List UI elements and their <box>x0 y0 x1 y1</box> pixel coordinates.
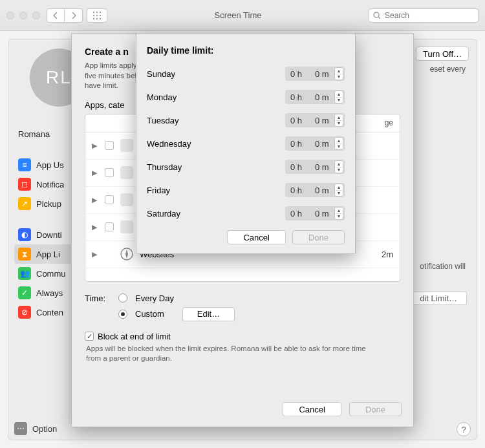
search-input[interactable] <box>383 10 474 21</box>
time-stepper[interactable]: ▲ ▼ <box>334 114 343 127</box>
step-up-icon[interactable]: ▲ <box>335 68 343 74</box>
block-checkbox[interactable]: ✓ <box>85 332 94 341</box>
step-up-icon[interactable]: ▲ <box>335 114 343 121</box>
app-icon <box>120 139 133 152</box>
svg-rect-2 <box>100 12 101 13</box>
edit-custom-button[interactable]: Edit… <box>182 307 235 321</box>
sidebar-item[interactable]: ◻Notifica <box>14 175 76 194</box>
window-controls <box>6 12 47 19</box>
sidebar-item[interactable]: ⊘Conten <box>14 303 76 322</box>
time-field[interactable]: 0 h 0 m ▲ ▼ <box>285 136 345 151</box>
sidebar-item[interactable]: ≡App Us <box>14 155 76 175</box>
disclosure-icon[interactable]: ▶ <box>92 223 98 231</box>
svg-rect-8 <box>100 18 101 19</box>
minutes-value[interactable]: 0 m <box>315 139 334 149</box>
step-up-icon[interactable]: ▲ <box>335 208 343 214</box>
step-down-icon[interactable]: ▼ <box>335 214 343 220</box>
day-name: Saturday <box>147 209 180 219</box>
row-checkbox[interactable] <box>105 141 114 150</box>
sidebar-item[interactable]: ✓Always <box>14 283 76 303</box>
minimize-window-button[interactable] <box>19 12 27 19</box>
sidebar-item[interactable]: ⧗App Li <box>14 244 76 264</box>
close-window-button[interactable] <box>6 12 14 19</box>
custom-label: Custom <box>135 309 164 319</box>
hours-value[interactable]: 0 h <box>290 116 310 125</box>
minutes-value[interactable]: 0 m <box>315 69 334 79</box>
svg-rect-7 <box>96 18 98 19</box>
zoom-window-button[interactable] <box>32 12 40 19</box>
day-row: Tuesday 0 h 0 m ▲ ▼ <box>147 109 345 132</box>
step-down-icon[interactable]: ▼ <box>335 121 343 127</box>
sidebar-item[interactable]: ↗Pickup <box>14 194 76 213</box>
time-stepper[interactable]: ▲ ▼ <box>334 137 343 150</box>
time-stepper[interactable]: ▲ ▼ <box>334 91 343 103</box>
time-stepper[interactable]: ▲ ▼ <box>334 207 343 220</box>
disclosure-icon[interactable]: ▶ <box>92 250 98 259</box>
hours-value[interactable]: 0 h <box>290 209 310 219</box>
day-row: Thursday 0 h 0 m ▲ ▼ <box>147 155 345 178</box>
row-checkbox[interactable] <box>105 168 114 177</box>
options-label: Option <box>32 424 57 434</box>
hours-value[interactable]: 0 h <box>290 69 310 79</box>
step-down-icon[interactable]: ▼ <box>335 74 343 80</box>
step-up-icon[interactable]: ▲ <box>335 184 343 191</box>
time-stepper[interactable]: ▲ ▼ <box>334 160 343 173</box>
back-button[interactable] <box>47 8 65 23</box>
svg-point-9 <box>374 12 379 17</box>
hours-value[interactable]: 0 h <box>290 139 310 149</box>
minutes-value[interactable]: 0 m <box>315 116 334 125</box>
time-field[interactable]: 0 h 0 m ▲ ▼ <box>285 160 345 174</box>
search-field[interactable] <box>369 8 479 23</box>
sidebar-icon: ◻ <box>18 178 31 191</box>
time-field[interactable]: 0 h 0 m ▲ ▼ <box>285 67 345 81</box>
step-down-icon[interactable]: ▼ <box>335 191 343 197</box>
compass-icon <box>120 248 133 261</box>
forward-button[interactable] <box>65 8 83 23</box>
step-down-icon[interactable]: ▼ <box>335 98 343 103</box>
time-stepper[interactable]: ▲ ▼ <box>334 67 343 80</box>
minutes-value[interactable]: 0 m <box>315 162 334 172</box>
sidebar-item[interactable]: ◐Downti <box>14 225 76 244</box>
time-field[interactable]: 0 h 0 m ▲ ▼ <box>285 113 345 127</box>
app-icon <box>120 166 133 179</box>
grid-button[interactable] <box>87 8 107 23</box>
custom-radio[interactable] <box>118 310 127 319</box>
step-up-icon[interactable]: ▲ <box>335 161 343 167</box>
toolbar: Screen Time <box>0 0 485 31</box>
sheet1-done-button[interactable]: Done <box>349 402 402 416</box>
sheet2-done-button[interactable]: Done <box>292 230 345 244</box>
sheet1-cancel-button[interactable]: Cancel <box>283 402 341 416</box>
sidebar-icon: ⊘ <box>18 306 31 319</box>
time-field[interactable]: 0 h 0 m ▲ ▼ <box>285 90 345 104</box>
options-button[interactable]: ⋯ Option <box>14 422 57 435</box>
time-stepper[interactable]: ▲ ▼ <box>334 184 343 197</box>
step-down-icon[interactable]: ▼ <box>335 167 343 173</box>
day-name: Tuesday <box>147 116 178 125</box>
minutes-value[interactable]: 0 m <box>315 186 334 195</box>
sidebar-item[interactable]: 👥Commu <box>14 264 76 283</box>
edit-limit-button[interactable]: dit Limit… <box>410 291 467 305</box>
user-name: Romana <box>18 129 50 139</box>
step-down-icon[interactable]: ▼ <box>335 144 343 150</box>
minutes-value[interactable]: 0 m <box>315 209 334 219</box>
step-up-icon[interactable]: ▲ <box>335 91 343 98</box>
hours-value[interactable]: 0 h <box>290 92 310 102</box>
step-up-icon[interactable]: ▲ <box>335 138 343 144</box>
disclosure-icon[interactable]: ▶ <box>92 169 98 177</box>
time-field[interactable]: 0 h 0 m ▲ ▼ <box>285 206 345 220</box>
window-title: Screen Time <box>107 10 369 20</box>
turn-off-button[interactable]: Turn Off… <box>416 47 469 61</box>
disclosure-icon[interactable]: ▶ <box>92 142 98 150</box>
hours-value[interactable]: 0 h <box>290 186 310 195</box>
svg-rect-1 <box>96 12 98 13</box>
time-field[interactable]: 0 h 0 m ▲ ▼ <box>285 183 345 197</box>
row-checkbox[interactable] <box>105 222 114 231</box>
row-checkbox[interactable] <box>105 195 114 204</box>
disclosure-icon[interactable]: ▶ <box>92 196 98 204</box>
minutes-value[interactable]: 0 m <box>315 92 334 102</box>
every-day-radio[interactable] <box>118 293 127 303</box>
sheet2-cancel-button[interactable]: Cancel <box>227 230 285 244</box>
svg-rect-0 <box>93 12 94 13</box>
hours-value[interactable]: 0 h <box>290 162 310 172</box>
help-button[interactable]: ? <box>457 422 471 436</box>
